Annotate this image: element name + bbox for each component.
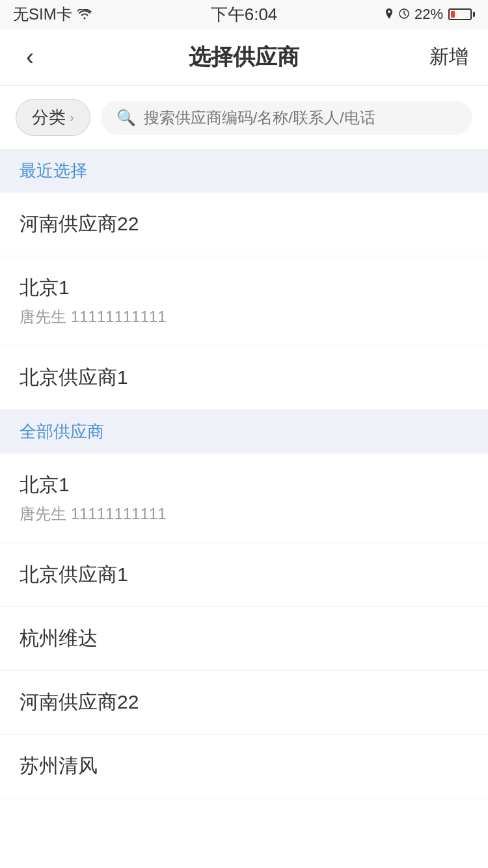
search-box: 🔍 — [101, 101, 472, 135]
item-name: 河南供应商22 — [20, 211, 468, 237]
status-right: 22% — [385, 6, 475, 23]
all-items-list: 北京1唐先生 11111111111北京供应商1杭州维达河南供应商22苏州清风 — [0, 454, 488, 798]
back-button[interactable]: ‹ — [20, 37, 40, 77]
recent-section-header: 最近选择 — [0, 149, 488, 193]
nav-title: 选择供应商 — [189, 42, 299, 72]
carrier-label: 无SIM卡 — [13, 4, 72, 25]
recent-list-item[interactable]: 北京供应商1 — [0, 346, 488, 410]
filter-row: 分类 › 🔍 — [0, 86, 488, 149]
all-section-header: 全部供应商 — [0, 410, 488, 454]
item-name: 河南供应商22 — [20, 689, 468, 716]
location-icon — [385, 6, 394, 23]
search-icon: 🔍 — [116, 109, 136, 127]
wifi-icon — [77, 5, 92, 23]
item-name: 北京供应商1 — [20, 364, 468, 391]
all-list-item[interactable]: 北京1唐先生 11111111111 — [0, 454, 488, 543]
battery-percent: 22% — [414, 6, 443, 23]
chevron-right-icon: › — [70, 110, 74, 125]
recent-list-item[interactable]: 北京1唐先生 11111111111 — [0, 256, 488, 346]
all-list-item[interactable]: 苏州清风 — [0, 735, 488, 798]
recent-section-label: 最近选择 — [20, 161, 87, 180]
category-label: 分类 — [32, 106, 66, 129]
item-name: 北京供应商1 — [20, 562, 468, 588]
item-sub: 唐先生 11111111111 — [20, 306, 468, 327]
item-sub: 唐先生 11111111111 — [20, 504, 468, 524]
recent-list-item[interactable]: 河南供应商22 — [0, 193, 488, 256]
item-name: 苏州清风 — [20, 753, 468, 780]
recent-items-list: 河南供应商22北京1唐先生 11111111111北京供应商1 — [0, 193, 488, 410]
new-action-button[interactable]: 新增 — [429, 44, 468, 70]
all-section-label: 全部供应商 — [20, 422, 104, 441]
category-button[interactable]: 分类 › — [16, 99, 90, 136]
battery-icon — [448, 8, 475, 20]
item-name: 北京1 — [20, 275, 468, 301]
item-name: 北京1 — [20, 472, 468, 498]
item-name: 杭州维达 — [20, 625, 468, 652]
nav-bar: ‹ 选择供应商 新增 — [0, 29, 488, 86]
all-list-item[interactable]: 杭州维达 — [0, 607, 488, 671]
status-left: 无SIM卡 — [13, 4, 92, 25]
status-bar: 无SIM卡 下午6:04 22% — [0, 0, 488, 29]
status-time: 下午6:04 — [211, 3, 278, 26]
search-input[interactable] — [144, 109, 457, 127]
clock-icon — [399, 6, 409, 23]
all-list-item[interactable]: 河南供应商22 — [0, 671, 488, 735]
all-list-item[interactable]: 北京供应商1 — [0, 543, 488, 607]
